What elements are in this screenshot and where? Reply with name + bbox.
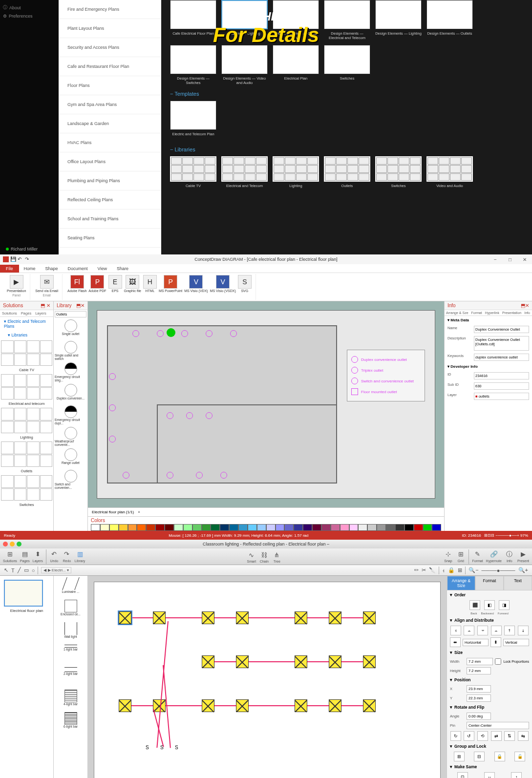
canvas[interactable]: Duplex convenience outlet Triplex outlet… (97, 310, 435, 499)
outlet[interactable] (109, 404, 116, 411)
outlet[interactable] (196, 472, 203, 479)
switch[interactable]: S (146, 745, 149, 750)
shape-item[interactable]: Emergency circuit dupl... (54, 404, 87, 426)
nav-item[interactable]: Office Layout Plans (59, 152, 161, 171)
library-dropdown[interactable]: Outlets (55, 311, 86, 317)
align-top[interactable]: ⫠ (491, 626, 502, 635)
sample-tile[interactable]: Classroom Lighting (221, 0, 268, 40)
eps-button[interactable]: EEPS (107, 274, 123, 294)
align-bottom[interactable]: ⫰ (518, 626, 529, 635)
color-swatch[interactable] (91, 524, 100, 531)
undo-button[interactable]: ↶Undo (49, 549, 59, 564)
luminaire[interactable] (329, 655, 341, 668)
sample-tile[interactable]: Cafe Electrical Floor Plan (170, 0, 216, 40)
shape-item[interactable]: Duplex convenien... (54, 383, 87, 404)
smart-button[interactable]: ∿Smart (247, 550, 256, 563)
backward-button[interactable]: ◧ (484, 600, 495, 610)
selected-outlet[interactable] (167, 328, 175, 337)
template-tile[interactable]: Electric and Telecom Plan (170, 101, 216, 141)
sample-tile[interactable]: Design Elements — Electrical and Telecom (324, 0, 370, 40)
connector[interactable] (204, 661, 373, 662)
pin-select[interactable]: Center-Center (467, 722, 529, 729)
pen-tool[interactable]: ✏ (414, 567, 419, 573)
user-badge[interactable]: Richard Miller (6, 247, 38, 252)
align-tool[interactable]: ⫞ (442, 568, 445, 573)
outlet[interactable] (186, 412, 193, 419)
luminaire[interactable] (202, 699, 214, 712)
outlet[interactable] (123, 472, 129, 479)
flip-btn[interactable]: ⇄ (491, 731, 502, 741)
shape-item[interactable]: 6-light bar (54, 711, 87, 733)
sol-tab[interactable]: Pages (19, 310, 33, 316)
info-tab[interactable]: Format (470, 310, 484, 315)
width-field[interactable]: 7.2 mm (467, 658, 493, 665)
scissors-tool[interactable]: ✂ (422, 567, 426, 573)
library-tile[interactable]: Switches (375, 156, 422, 192)
grid-button[interactable]: ⊞Grid (456, 549, 466, 564)
nav-item[interactable]: Cafe and Restaurant Floor Plan (59, 57, 161, 76)
email-button[interactable]: ✉Send via Email (34, 274, 59, 294)
flip-v[interactable]: ⇅ (504, 731, 515, 741)
layer-select[interactable]: ■ outlets (474, 393, 529, 400)
rotate-ccw[interactable]: ↺ (464, 731, 474, 741)
page-tab[interactable]: Electrical floor plan (1/1) (92, 510, 134, 514)
ppt-button[interactable]: PMS PowerPoint (158, 274, 183, 294)
sol-tab[interactable]: Solutions (0, 310, 19, 316)
luminaire[interactable] (236, 655, 249, 668)
shape-item[interactable]: Enclosed ce... (54, 598, 87, 621)
sol-tab[interactable]: Layers (33, 310, 48, 316)
outlet[interactable] (181, 330, 188, 337)
same-height[interactable]: ↕ (511, 772, 522, 778)
subid-field[interactable]: 630 (474, 382, 529, 390)
nav-item[interactable]: Fire and Emergency Plans (59, 0, 161, 19)
desc-field[interactable]: Duplex Convenience Outlet [Outlets.cdl] (474, 336, 529, 351)
shape-item[interactable]: Single outlet and switch (54, 340, 87, 361)
same-width[interactable]: ↔ (484, 772, 495, 778)
distribute-v[interactable]: ⬍ (490, 637, 501, 647)
outlet[interactable] (132, 330, 139, 337)
canvas[interactable]: S S S Enclosed ceiling luminaire (94, 582, 441, 778)
text-tool[interactable]: T (11, 568, 15, 573)
keywords-field[interactable]: duplex convenience outlet (474, 354, 529, 361)
unlock-btn[interactable]: 🔓 (514, 752, 525, 761)
shape-item[interactable]: 4-light bar (54, 688, 87, 711)
library-tile[interactable]: Cable TV (170, 156, 216, 192)
undo-icon[interactable]: ↶ (18, 256, 23, 262)
ribbon-tab[interactable]: Document (63, 265, 93, 273)
angle-field[interactable]: 0.00 deg (467, 713, 491, 720)
align-center[interactable]: ⫠ (464, 626, 474, 635)
layers-button[interactable]: ⬍Layers (33, 549, 43, 564)
nav-item[interactable]: Reflected Ceiling Plans (59, 190, 161, 210)
minimize-button[interactable] (10, 542, 15, 547)
outlet[interactable] (109, 373, 116, 380)
save-icon[interactable]: 💾 (10, 256, 16, 262)
outlet[interactable] (157, 330, 164, 337)
rect-tool[interactable]: ▭ (24, 567, 29, 573)
knife-tool[interactable]: 🔪 (429, 567, 436, 573)
luminaire[interactable] (363, 699, 376, 712)
horizontal-select[interactable]: Horizontal (463, 639, 489, 646)
luminaire[interactable] (363, 611, 376, 624)
flip-h[interactable]: ⇆ (518, 731, 529, 741)
format-tab[interactable]: Format (475, 576, 504, 590)
library-button[interactable]: ▥Library (75, 549, 85, 564)
lib-cell[interactable] (1, 340, 14, 353)
lock-tool[interactable]: 🔒 (448, 567, 455, 573)
hypernote-button[interactable]: 🔗Hypernote (486, 549, 502, 564)
nav-item[interactable]: Gym and Spa Area Plans (59, 95, 161, 114)
flash-button[interactable]: FlAdobe Flash (66, 274, 87, 294)
luminaire[interactable] (119, 699, 131, 712)
sample-tile[interactable]: Design Elements — Lighting (375, 0, 422, 40)
group-tool[interactable]: ⊞ (458, 567, 462, 573)
luminaire[interactable] (295, 611, 307, 624)
pin-icon[interactable]: ⬒✕ (521, 303, 529, 308)
ribbon-tab[interactable]: View (93, 265, 112, 273)
outlet[interactable] (206, 412, 213, 419)
shape-item[interactable]: Emergency circuit sing... (54, 361, 87, 383)
tree-button[interactable]: ⋔Tree (272, 550, 282, 563)
info-button[interactable]: ⓘInfo (505, 549, 514, 564)
sample-tile[interactable]: Switches (324, 45, 370, 85)
vertical-select[interactable]: Vertical (503, 639, 529, 646)
align-middle[interactable]: ⫯ (504, 626, 515, 635)
luminaire[interactable] (202, 655, 214, 668)
